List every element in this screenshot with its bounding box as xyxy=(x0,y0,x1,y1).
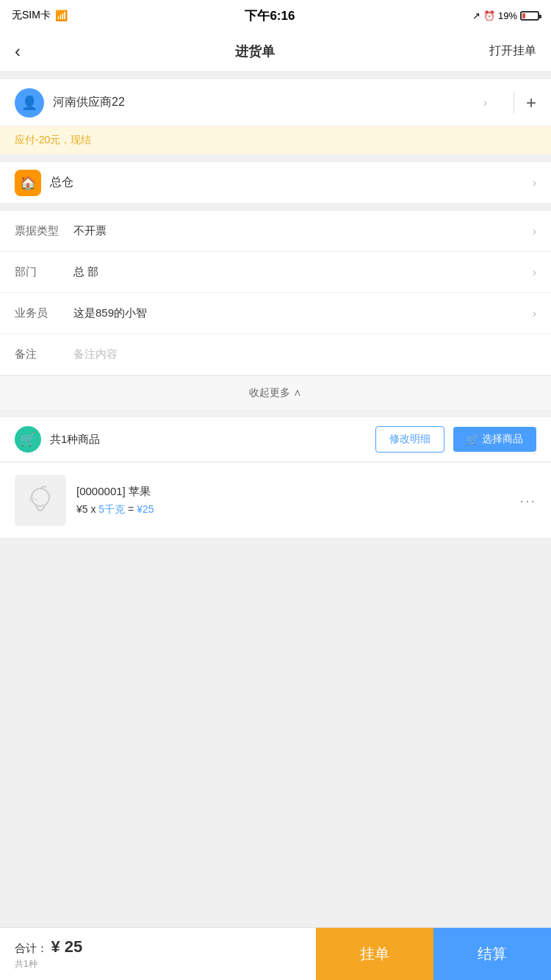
product-price-row: ¥5 x 5千克 = ¥25 xyxy=(76,503,519,516)
divider-3 xyxy=(0,203,551,211)
select-cart-icon: 🛒 xyxy=(467,433,479,445)
warehouse-row[interactable]: 🏠 总仓 › xyxy=(0,162,551,203)
edit-detail-button[interactable]: 修改明细 xyxy=(375,426,444,453)
products-header: 🛒 共1种商品 修改明细 🛒 选择商品 xyxy=(0,417,551,461)
department-label: 部门 xyxy=(15,265,73,279)
warehouse-chevron-icon: › xyxy=(533,176,536,190)
salesperson-chevron-icon: › xyxy=(533,307,536,320)
svg-text:督+: 督+ xyxy=(29,497,38,503)
products-count: 共1种商品 xyxy=(50,433,367,447)
products-icon: 🛒 xyxy=(15,426,41,453)
bottom-bar: 合计： ¥ 25 共1种 挂单 结算 xyxy=(0,927,551,980)
battery-icon xyxy=(520,11,539,21)
product-info: [0000001] 苹果 ¥5 x 5千克 = ¥25 xyxy=(76,485,519,516)
hang-button[interactable]: 挂单 xyxy=(316,928,433,981)
department-value: 总 部 xyxy=(73,265,533,279)
total-section: 合计： ¥ 25 共1种 xyxy=(0,937,316,970)
product-item: 督+ [0000001] 苹果 ¥5 x 5千克 = ¥25 ··· xyxy=(0,462,551,538)
supplier-avatar: 👤 xyxy=(15,88,44,118)
wifi-icon: 📶 xyxy=(55,10,68,21)
product-more-button[interactable]: ··· xyxy=(519,492,536,509)
cart-icon: 🛒 xyxy=(20,431,36,447)
remark-label: 备注 xyxy=(15,347,73,361)
remark-row[interactable]: 备注 备注内容 xyxy=(0,334,551,375)
checkout-button[interactable]: 结算 xyxy=(433,928,551,981)
warehouse-name: 总仓 xyxy=(50,175,533,190)
salesperson-value: 这是859的小智 xyxy=(73,306,533,320)
remark-placeholder: 备注内容 xyxy=(73,347,536,361)
invoice-chevron-icon: › xyxy=(533,225,536,238)
invoice-type-label: 票据类型 xyxy=(15,224,73,238)
supplier-section: 👤 河南供应商22 › + xyxy=(0,79,551,126)
department-chevron-icon: › xyxy=(533,266,536,279)
collapse-button[interactable]: 收起更多 ∧ xyxy=(0,375,551,410)
supplier-chevron-icon: › xyxy=(483,96,487,109)
product-quantity: 5千克 xyxy=(98,503,125,515)
product-unit-price: ¥5 x xyxy=(76,503,98,515)
bottom-spacer xyxy=(0,538,551,591)
invoice-type-row[interactable]: 票据类型 不开票 › xyxy=(0,211,551,252)
status-bar: 无SIM卡 📶 下午6:16 ↗ ⏰ 19% xyxy=(0,0,551,31)
product-equals: = xyxy=(128,503,137,515)
payment-notice: 应付-20元，现结 xyxy=(0,126,551,155)
nav-bar: ‹ 进货单 打开挂单 xyxy=(0,31,551,72)
back-button[interactable]: ‹ xyxy=(15,41,21,62)
product-thumbnail: 督+ xyxy=(15,475,66,526)
supplier-divider xyxy=(514,92,514,114)
invoice-type-value: 不开票 xyxy=(73,224,533,238)
total-label: 合计： xyxy=(15,942,48,954)
avatar-icon: 👤 xyxy=(21,95,37,111)
select-product-button[interactable]: 🛒 选择商品 xyxy=(453,427,536,452)
status-right: ↗ ⏰ 19% xyxy=(472,10,539,21)
total-amount: ¥ 25 xyxy=(51,937,82,956)
open-hang-button[interactable]: 打开挂单 xyxy=(489,43,536,59)
warehouse-icon: 🏠 xyxy=(15,170,41,196)
total-line: 合计： ¥ 25 xyxy=(15,937,301,956)
salesperson-row[interactable]: 业务员 这是859的小智 › xyxy=(0,293,551,334)
alarm-icon: ⏰ xyxy=(483,10,495,21)
add-supplier-button[interactable]: + xyxy=(526,93,536,113)
total-count: 共1种 xyxy=(15,958,301,970)
status-time: 下午6:16 xyxy=(245,7,295,24)
location-icon: ↗ xyxy=(472,10,480,21)
divider-4 xyxy=(0,410,551,417)
status-left: 无SIM卡 📶 xyxy=(12,9,68,22)
product-thumb-icon: 督+ xyxy=(23,483,58,518)
product-title: 苹果 xyxy=(129,485,151,497)
product-code: [0000001] xyxy=(76,485,129,497)
department-row[interactable]: 部门 总 部 › xyxy=(0,252,551,293)
divider-2 xyxy=(0,155,551,162)
divider-1 xyxy=(0,72,551,79)
supplier-name: 河南供应商22 xyxy=(53,95,483,110)
salesperson-label: 业务员 xyxy=(15,306,73,320)
page-title: 进货单 xyxy=(235,43,275,60)
form-section: 票据类型 不开票 › 部门 总 部 › 业务员 这是859的小智 › 备注 备注… xyxy=(0,211,551,375)
select-product-label: 选择商品 xyxy=(482,433,523,446)
carrier-label: 无SIM卡 xyxy=(12,9,51,22)
battery-label: 19% xyxy=(498,10,517,21)
product-name: [0000001] 苹果 xyxy=(76,485,519,499)
product-total-price: ¥25 xyxy=(137,503,154,515)
